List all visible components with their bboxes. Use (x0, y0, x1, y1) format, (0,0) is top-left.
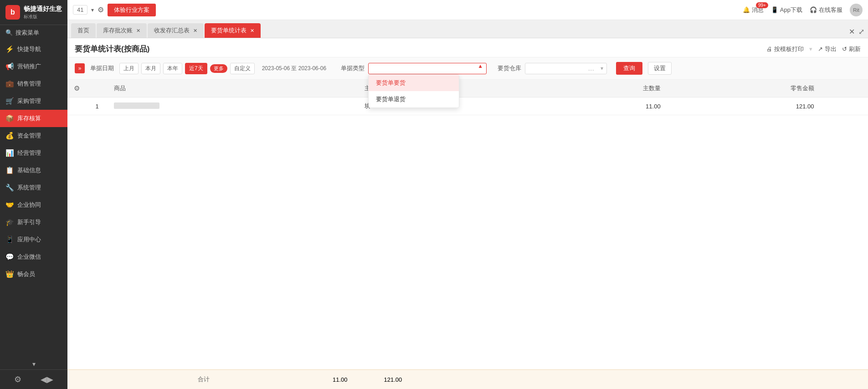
tab-label-order-stats: 要货单统计表 (211, 26, 247, 35)
app-brand: 畅捷通好生意 标准版 (24, 5, 62, 20)
date-range-text: 2023-05-06 至 2023-06-06 (262, 65, 326, 72)
col-product-header: 商品 (108, 80, 359, 97)
expand-icon: » (78, 65, 82, 72)
warehouse-input-wrap: … ▾ (525, 63, 607, 74)
bell-icon: 🔔 (743, 6, 750, 13)
nav-label-finance: 资金管理 (17, 132, 41, 140)
nav-icon-purchase: 🛒 (5, 97, 14, 105)
type-filter-input[interactable] (368, 63, 487, 74)
notifications-btn[interactable]: 🔔 消息 99+ (743, 6, 764, 14)
nav-label-sales: 销售管理 (17, 80, 41, 88)
sidebar-item-purchase[interactable]: 🛒采购管理 (0, 92, 67, 110)
nav-label-quick-nav: 快捷导航 (17, 45, 41, 53)
cell-extra-0 (820, 97, 868, 115)
warehouse-filter-input[interactable] (525, 63, 607, 74)
tab-batch-account[interactable]: 库存批次账✕ (97, 23, 147, 38)
total-amount-value: 121.00 (384, 376, 402, 383)
sidebar-item-wechat[interactable]: 💬企业微信 (0, 248, 67, 266)
nav-label-purchase: 采购管理 (17, 97, 41, 105)
tab-receive-summary[interactable]: 收发存汇总表✕ (148, 23, 204, 38)
notification-badge: 99+ (756, 2, 768, 8)
col-settings-header: ⚙ (67, 80, 86, 97)
sidebar-item-inventory[interactable]: 📦库存核算 (0, 110, 67, 127)
print-btn[interactable]: 🖨 按模板打印 (766, 45, 804, 53)
print-icon: 🖨 (766, 46, 772, 52)
user-avatar[interactable]: Rit (850, 4, 863, 16)
sidebar-scroll-down[interactable]: ▾ (0, 358, 67, 369)
nav-icon-system: 🔧 (5, 184, 14, 192)
date-more-badge[interactable]: 更多 (210, 64, 227, 73)
query-btn[interactable]: 查询 (616, 62, 642, 75)
app-download-label: App下载 (780, 6, 802, 14)
tabbar-actions: ✕ ⤢ (849, 27, 864, 36)
settings-footer-icon[interactable]: ⚙ (14, 374, 21, 384)
tab-close-batch-account[interactable]: ✕ (136, 28, 140, 34)
cell-amount-0: 121.00 (666, 97, 820, 115)
sidebar-item-sales[interactable]: 💼销售管理 (0, 75, 67, 92)
sidebar-item-operations[interactable]: 📊经营管理 (0, 144, 67, 162)
nav-label-inventory: 库存核算 (17, 114, 41, 123)
sidebar-item-finance[interactable]: 💰资金管理 (0, 127, 67, 144)
sidebar-item-quick-nav[interactable]: ⚡快捷导航 (0, 41, 67, 58)
warehouse-ellipsis-icon[interactable]: … (588, 65, 594, 72)
topbar-gear-icon[interactable]: ⚙ (98, 5, 104, 14)
type-option-order-goods[interactable]: 要货单要货 (369, 75, 459, 91)
sidebar-item-enterprise[interactable]: 🤝企业协同 (0, 196, 67, 214)
warehouse-chevron-icon[interactable]: ▾ (601, 65, 603, 72)
date-current-month-btn[interactable]: 本月 (141, 63, 160, 74)
tab-order-stats[interactable]: 要货单统计表✕ (205, 23, 261, 38)
tab-close-order-stats[interactable]: ✕ (250, 28, 254, 34)
close-window-btn[interactable]: ✕ (849, 27, 855, 36)
cell-settings-0 (67, 97, 86, 115)
sidebar: b 畅捷通好生意 标准版 🔍 搜索菜单 ⚡快捷导航📢营销推广💼销售管理🛒采购管理… (0, 0, 67, 389)
date-prev-month-btn[interactable]: 上月 (119, 63, 139, 74)
sidebar-item-marketing[interactable]: 📢营销推广 (0, 58, 67, 75)
type-filter-label: 单据类型 (341, 64, 365, 72)
nav-icon-operations: 📊 (5, 149, 14, 157)
refresh-btn[interactable]: ↺ 刷新 (842, 45, 861, 53)
nav-icon-quick-nav: ⚡ (5, 45, 14, 53)
brand-sub: 标准版 (24, 14, 62, 20)
export-btn[interactable]: ↗ 导出 (818, 45, 837, 53)
tab-close-receive-summary[interactable]: ✕ (193, 28, 197, 34)
nav-label-operations: 经营管理 (17, 149, 41, 157)
date-7days-btn[interactable]: 近7天 (185, 63, 207, 74)
type-chevron-icon[interactable]: ▲ (478, 63, 483, 69)
sidebar-item-guide[interactable]: 🎓新手引导 (0, 214, 67, 231)
type-dropdown-overlay: 要货单要货 要货单退货 (368, 74, 459, 108)
filter-warehouse-group: 要货仓库 … ▾ (498, 63, 607, 74)
nav-icon-inventory: 📦 (5, 114, 14, 123)
tab-home[interactable]: 首页 (71, 23, 96, 38)
date-custom-btn[interactable]: 自定义 (230, 63, 255, 74)
nav-label-basic-info: 基础信息 (17, 166, 41, 174)
col-seq-header (86, 80, 108, 97)
type-option-order-return[interactable]: 要货单退货 (369, 91, 459, 107)
total-qty-value: 11.00 (333, 376, 348, 383)
date-range-group: 上月 本月 本年 近7天 更多 自定义 (119, 63, 255, 74)
sidebar-item-system[interactable]: 🔧系统管理 (0, 179, 67, 196)
cell-seq-0: 1 (86, 97, 108, 115)
online-service-btn[interactable]: 🎧 在线客服 (810, 6, 842, 14)
filter-settings-btn[interactable]: 设置 (648, 62, 672, 75)
table-area: ⚙ 商品 主计量单位 主数量 零售金额 1 块 11.00 121.00 (67, 80, 868, 369)
sidebar-footer: ⚙ ◀▶ (0, 369, 67, 389)
app-download-btn[interactable]: 📱 App下载 (771, 6, 802, 14)
sidebar-nav: ⚡快捷导航📢营销推广💼销售管理🛒采购管理📦库存核算💰资金管理📊经营管理📋基础信息… (0, 41, 67, 358)
topbar-actions: 🔔 消息 99+ 📱 App下载 🎧 在线客服 Rit (743, 4, 863, 16)
sidebar-item-app-center[interactable]: 📱应用中心 (0, 231, 67, 248)
sidebar-item-member[interactable]: 👑畅会员 (0, 266, 67, 283)
nav-label-marketing: 营销推广 (17, 62, 41, 71)
sidebar-item-basic-info[interactable]: 📋基础信息 (0, 162, 67, 179)
date-current-year-btn[interactable]: 本年 (163, 63, 182, 74)
topbar-dropdown[interactable]: ▾ (91, 7, 94, 13)
trial-button[interactable]: 体验行业方案 (108, 4, 156, 16)
nav-icon-app-center: 📱 (5, 235, 14, 244)
refresh-label: 刷新 (849, 45, 861, 53)
main-area: 41 ▾ ⚙ 体验行业方案 🔔 消息 99+ 📱 App下载 🎧 在线客服 Ri… (67, 0, 868, 389)
tab-label-receive-summary: 收发存汇总表 (154, 26, 190, 35)
filter-expand-btn[interactable]: » (75, 63, 85, 73)
expand-window-btn[interactable]: ⤢ (858, 27, 864, 36)
sidebar-search[interactable]: 🔍 搜索菜单 (0, 25, 67, 41)
collapse-icon[interactable]: ◀▶ (41, 374, 53, 384)
col-settings-icon[interactable]: ⚙ (74, 84, 80, 92)
